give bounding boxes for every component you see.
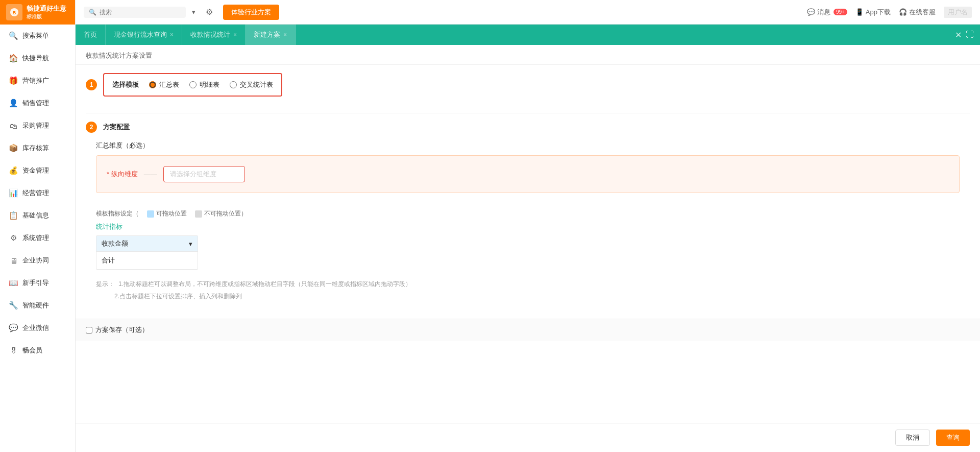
chat-icon: 💬 xyxy=(8,323,18,333)
sidebar-item-marketing[interactable]: 🎁 营销推广 xyxy=(0,69,75,92)
tab-bank-flow[interactable]: 现金银行流水查询 × xyxy=(106,25,182,45)
sidebar-item-search-menu[interactable]: 🔍 搜索菜单 xyxy=(0,25,75,47)
tab-home[interactable]: 首页 xyxy=(76,25,106,45)
sidebar-item-enterprise[interactable]: 🖥 企业协同 xyxy=(0,249,75,272)
sidebar-item-label: 系统管理 xyxy=(22,233,49,243)
metrics-table-header[interactable]: 收款金额 ▾ xyxy=(96,236,198,252)
topbar-search[interactable]: 🔍 xyxy=(84,7,186,18)
wrench-icon: 🔧 xyxy=(8,300,18,311)
sidebar-item-basic[interactable]: 📋 基础信息 xyxy=(0,204,75,227)
sidebar-item-finance[interactable]: 💰 资金管理 xyxy=(0,159,75,182)
window-close-icon[interactable]: ✕ xyxy=(955,30,962,40)
logo-icon: B xyxy=(6,4,22,20)
sidebar-logo: B 畅捷通好生意 标准版 xyxy=(0,0,75,25)
sidebar-item-operation[interactable]: 📊 经营管理 xyxy=(0,182,75,204)
arrow-icon: —— xyxy=(144,171,157,178)
tab-bank-flow-label: 现金银行流水查询 xyxy=(114,30,167,39)
sidebar-item-member[interactable]: 🎖 畅会员 xyxy=(0,339,75,362)
search-icon: 🔍 xyxy=(89,9,96,16)
sidebar-item-hardware[interactable]: 🔧 智能硬件 xyxy=(0,294,75,317)
dimension-select[interactable]: 请选择分组维度 xyxy=(163,166,245,182)
medal-icon: 🎖 xyxy=(8,345,18,355)
tabbar: 首页 现金银行流水查询 × 收款情况统计 × 新建方案 × ✕ ⛶ xyxy=(76,25,980,45)
sidebar-item-quick-nav[interactable]: 🏠 快捷导航 xyxy=(0,47,75,69)
step2-section: 2 方案配置 汇总维度（必选） 纵向维度 —— 请选择分组维度 xyxy=(76,113,980,319)
dropdown-arrow-icon[interactable]: ▾ xyxy=(189,240,192,248)
save-checkbox[interactable] xyxy=(86,327,92,334)
download-item[interactable]: 📱 App下载 xyxy=(855,8,891,17)
draggable-label: 可拖动位置 xyxy=(156,209,187,218)
page-title: 收款情况统计方案设置 xyxy=(76,45,980,65)
support-label: 在线客服 xyxy=(909,8,936,17)
metrics-label: 统计指标 xyxy=(96,222,960,231)
tab-bank-flow-close[interactable]: × xyxy=(170,31,174,38)
bottom-bar: 取消 查询 xyxy=(76,423,980,452)
sidebar-item-label: 采购管理 xyxy=(22,121,49,130)
tab-collection-stats[interactable]: 收款情况统计 × xyxy=(182,25,246,45)
sidebar-item-label: 库存核算 xyxy=(22,144,49,153)
sidebar-item-label: 快捷导航 xyxy=(22,54,49,63)
step1-label: 选择模板 xyxy=(112,80,139,89)
non-draggable-label: 不可拖动位置） xyxy=(204,209,247,218)
sidebar-item-wechat[interactable]: 💬 企业微信 xyxy=(0,317,75,339)
user-icon: 👤 xyxy=(8,98,18,108)
radio-cross[interactable]: 交叉统计表 xyxy=(230,80,273,89)
tab-new-plan-close[interactable]: × xyxy=(283,31,287,38)
radio-summary[interactable]: 汇总表 xyxy=(149,80,179,89)
save-option[interactable]: 方案保存（可选） xyxy=(86,325,149,335)
tab-new-plan[interactable]: 新建方案 × xyxy=(246,25,296,45)
sidebar-item-label: 搜索菜单 xyxy=(22,31,49,40)
metrics-section: 模板指标设定（ 可拖动位置 不可拖动位置） 统计指标 xyxy=(86,209,970,270)
notification-label: 消息 xyxy=(817,8,830,17)
home-icon: 🏠 xyxy=(8,53,18,63)
radio-detail[interactable]: 明细表 xyxy=(189,80,219,89)
download-icon: 📱 xyxy=(855,8,864,16)
notification-badge: 99+ xyxy=(834,9,847,15)
vertical-dimension-label: 纵向维度 xyxy=(107,170,138,179)
sidebar-item-system[interactable]: ⚙ 系统管理 xyxy=(0,227,75,249)
search-input[interactable] xyxy=(100,9,171,16)
non-draggable-tag: 不可拖动位置） xyxy=(195,209,247,218)
metrics-row-label: 合计 xyxy=(102,256,115,264)
trial-button[interactable]: 体验行业方案 xyxy=(223,5,279,20)
support-item[interactable]: 🎧 在线客服 xyxy=(899,8,936,17)
bag-icon: 🛍 xyxy=(8,121,18,131)
sidebar-item-purchase[interactable]: 🛍 采购管理 xyxy=(0,114,75,137)
radio-detail-input[interactable] xyxy=(189,81,197,88)
sidebar-item-sales[interactable]: 👤 销售管理 xyxy=(0,92,75,114)
topbar-dropdown[interactable]: ▾ xyxy=(192,8,195,16)
radio-summary-input[interactable] xyxy=(149,81,156,88)
topbar: 🔍 ▾ ⚙ 体验行业方案 💬 消息 99+ 📱 App下载 🎧 在线客服 用户名 xyxy=(76,0,980,25)
user-profile[interactable]: 用户名 xyxy=(944,7,972,18)
tab-collection-stats-label: 收款情况统计 xyxy=(190,30,230,39)
tip-line-1: 提示： 1.拖动标题栏可以调整布局，不可跨维度或指标区域拖动栏目字段（只能在同一… xyxy=(96,278,960,290)
non-draggable-dot xyxy=(195,210,202,218)
sidebar-item-label: 新手引导 xyxy=(22,278,49,288)
tab-actions: ✕ ⛶ xyxy=(955,30,980,40)
radio-cross-label: 交叉统计表 xyxy=(240,80,273,89)
draggable-dot xyxy=(147,210,154,218)
save-option-label: 方案保存（可选） xyxy=(95,325,149,335)
notification-item[interactable]: 💬 消息 99+ xyxy=(807,8,847,17)
tab-home-label: 首页 xyxy=(84,30,97,39)
radio-cross-input[interactable] xyxy=(230,81,237,88)
book-icon: 📖 xyxy=(8,278,18,288)
content: 收款情况统计方案设置 1 选择模板 汇总表 xyxy=(76,45,980,423)
main: 🔍 ▾ ⚙ 体验行业方案 💬 消息 99+ 📱 App下载 🎧 在线客服 用户名 xyxy=(76,0,980,452)
settings-gear[interactable]: ⚙ xyxy=(202,5,217,20)
tips-section: 提示： 1.拖动标题栏可以调整布局，不可跨维度或指标区域拖动栏目字段（只能在同一… xyxy=(86,270,970,311)
tab-collection-stats-close[interactable]: × xyxy=(233,31,237,38)
clipboard-icon: 📋 xyxy=(8,210,18,221)
sidebar-item-inventory[interactable]: 📦 库存核算 xyxy=(0,137,75,159)
query-button[interactable]: 查询 xyxy=(936,430,970,446)
logo-name: 畅捷通好生意 xyxy=(27,4,66,13)
cancel-button[interactable]: 取消 xyxy=(895,430,930,446)
sidebar-item-label: 基础信息 xyxy=(22,211,49,220)
sidebar-item-guide[interactable]: 📖 新手引导 xyxy=(0,272,75,294)
window-maximize-icon[interactable]: ⛶ xyxy=(966,30,974,39)
tip-text-1: 1.拖动标题栏可以调整布局，不可跨维度或指标区域拖动栏目字段（只能在同一维度或指… xyxy=(118,278,411,290)
sidebar-nav: 🔍 搜索菜单 🏠 快捷导航 🎁 营销推广 👤 销售管理 🛍 采购管理 📦 库存核… xyxy=(0,25,75,452)
chart-icon: 📊 xyxy=(8,188,18,198)
sidebar-item-label: 营销推广 xyxy=(22,76,49,85)
step2-label: 方案配置 xyxy=(103,123,130,132)
